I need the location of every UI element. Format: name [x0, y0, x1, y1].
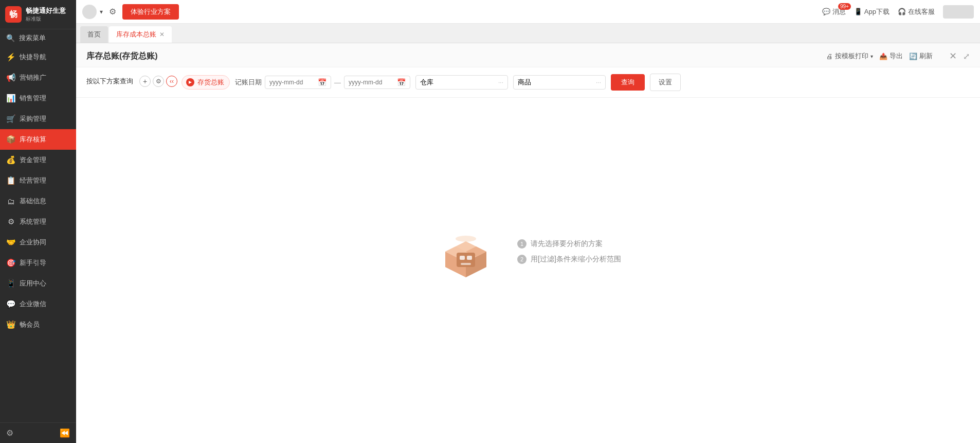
print-label: 按模板打印 — [835, 51, 868, 61]
refresh-btn[interactable]: 🔄 刷新 — [909, 51, 933, 61]
page-close-btn[interactable]: ✕ — [949, 50, 957, 62]
sidebar-nav: ⚡ 快捷导航 📢 营销推广 📊 销售管理 🛒 采购管理 📦 库存核算 💰 资金管… — [0, 47, 76, 422]
filter-area: 按以下方案查询 + ⚙ ‹‹ — [76, 67, 980, 98]
collapse-sidebar-icon[interactable]: ⏪ — [60, 428, 70, 438]
tab-inventory-ledger-label: 库存成本总账 — [116, 30, 156, 39]
sidebar-item-cooperation[interactable]: 🤝 企业协同 — [0, 232, 76, 253]
empty-tip-1: 1 请先选择要分析的方案 — [517, 239, 621, 249]
filter-add-collapse-btns: + ⚙ ‹‹ — [139, 74, 177, 87]
online-support-label: 在线客服 — [908, 7, 935, 16]
date-field-label: 记账日期 — [235, 78, 262, 87]
sidebar-item-system[interactable]: ⚙ 系统管理 — [0, 211, 76, 232]
tip-num-1: 1 — [517, 239, 527, 249]
sidebar-item-label: 库存核算 — [20, 135, 46, 144]
tab-close-icon[interactable]: ✕ — [159, 31, 165, 38]
print-btn[interactable]: 🖨 按模板打印 ▾ — [826, 51, 873, 61]
logo-icon: 畅 — [5, 6, 22, 23]
newbie-icon: 🎯 — [6, 258, 15, 268]
export-label: 导出 — [890, 51, 903, 61]
app-download-btn[interactable]: 📱 App下载 — [854, 7, 890, 16]
sidebar-item-label: 应用中心 — [20, 279, 46, 288]
sidebar: 畅 畅捷通好生意 标准版 🔍 搜索菜单 ⚡ 快捷导航 📢 营销推广 📊 销售管理… — [0, 0, 76, 443]
calendar-start-icon[interactable]: 📅 — [318, 78, 326, 86]
search-icon: 🔍 — [6, 34, 15, 42]
sidebar-item-capital[interactable]: 💰 资金管理 — [0, 150, 76, 170]
capital-icon: 💰 — [6, 155, 15, 165]
sidebar-item-label: 经营管理 — [20, 176, 46, 185]
product-label: 商品 — [518, 78, 531, 87]
print-icon: 🖨 — [826, 52, 833, 60]
sidebar-item-marketing[interactable]: 📢 营销推广 — [0, 67, 76, 88]
sidebar-item-operation[interactable]: 📋 经营管理 — [0, 170, 76, 191]
sidebar-item-label: 畅会员 — [20, 320, 40, 329]
quick-nav-icon: ⚡ — [6, 52, 15, 62]
tab-inventory-ledger[interactable]: 库存成本总账 ✕ — [109, 26, 172, 43]
system-icon: ⚙ — [6, 217, 15, 226]
calendar-end-icon[interactable]: 📅 — [397, 78, 406, 86]
search-label: 搜索菜单 — [19, 33, 46, 43]
app-download-label: App下载 — [864, 7, 890, 16]
print-dropdown-icon[interactable]: ▾ — [870, 54, 873, 59]
svg-rect-8 — [461, 263, 471, 265]
sidebar-item-label: 采购管理 — [20, 114, 46, 123]
tip-text-1: 请先选择要分析的方案 — [531, 239, 603, 249]
purchase-icon: 🛒 — [6, 114, 15, 123]
sidebar-item-purchase[interactable]: 🛒 采购管理 — [0, 109, 76, 129]
tab-home-label: 首页 — [87, 30, 101, 39]
export-btn[interactable]: 📤 导出 — [879, 51, 903, 61]
header-actions: 🖨 按模板打印 ▾ 📤 导出 🔄 刷新 ✕ ⤢ — [826, 50, 970, 62]
product-more-icon[interactable]: ··· — [596, 79, 601, 86]
sidebar-item-label: 基础信息 — [20, 197, 46, 206]
settings-filter-btn[interactable]: ⚙ — [153, 76, 164, 87]
sidebar-item-inventory[interactable]: 📦 库存核算 — [0, 129, 76, 150]
settings-button[interactable]: 设置 — [650, 74, 681, 91]
tip-text-2: 用[过滤]条件来缩小分析范围 — [531, 255, 621, 264]
sidebar-item-wechat[interactable]: 💬 企业微信 — [0, 294, 76, 314]
sidebar-item-label: 企业微信 — [20, 299, 46, 309]
warehouse-label: 仓库 — [420, 78, 433, 87]
sidebar-item-label: 销售管理 — [20, 94, 46, 103]
settings-icon[interactable]: ⚙ — [107, 5, 118, 19]
expand-icon[interactable]: ⤢ — [963, 51, 970, 61]
sidebar-item-member[interactable]: 👑 畅会员 — [0, 314, 76, 335]
date-start-input-wrap[interactable]: 📅 — [265, 76, 331, 89]
sidebar-search[interactable]: 🔍 搜索菜单 — [0, 29, 76, 47]
svg-rect-6 — [460, 256, 465, 260]
sidebar-item-basic[interactable]: 🗂 基础信息 — [0, 191, 76, 211]
date-end-input[interactable] — [349, 79, 395, 86]
date-end-input-wrap[interactable]: 📅 — [344, 76, 410, 89]
tab-home[interactable]: 首页 — [80, 26, 108, 43]
warehouse-more-icon[interactable]: ··· — [498, 79, 503, 86]
add-filter-btn[interactable]: + — [139, 76, 151, 87]
collapse-filter-btn[interactable]: ‹‹ — [166, 76, 177, 87]
sidebar-item-sales[interactable]: 📊 销售管理 — [0, 88, 76, 109]
empty-tips: 1 请先选择要分析的方案 2 用[过滤]条件来缩小分析范围 — [517, 239, 621, 264]
sidebar-item-label: 资金管理 — [20, 155, 46, 165]
scheme-tag[interactable]: 存货总账 — [182, 75, 230, 90]
wechat-icon: 💬 — [6, 299, 15, 309]
tip-num-2: 2 — [517, 255, 527, 264]
settings-gear-icon[interactable]: ⚙ — [6, 428, 13, 438]
product-filter[interactable]: 商品 ··· — [513, 75, 606, 90]
sales-icon: 📊 — [6, 94, 15, 103]
warehouse-filter[interactable]: 仓库 ··· — [415, 75, 508, 90]
topbar-right: 💬 消息 99+ 📱 App下载 🎧 在线客服 — [822, 5, 974, 19]
trial-button[interactable]: 体验行业方案 — [122, 4, 179, 20]
sidebar-item-quick-nav[interactable]: ⚡ 快捷导航 — [0, 47, 76, 67]
date-start-input[interactable] — [269, 79, 316, 86]
phone-icon: 📱 — [854, 8, 862, 15]
page-header: 库存总账(存货总账) 🖨 按模板打印 ▾ 📤 导出 🔄 刷新 ✕ ⤢ — [76, 43, 980, 67]
edition-label: 标准版 — [26, 15, 66, 22]
marketing-icon: 📢 — [6, 73, 15, 82]
empty-state: 1 请先选择要分析的方案 2 用[过滤]条件来缩小分析范围 — [76, 98, 980, 405]
svg-point-9 — [456, 236, 476, 242]
operation-icon: 📋 — [6, 176, 15, 185]
message-btn[interactable]: 💬 消息 99+ — [822, 7, 846, 16]
online-support-btn[interactable]: 🎧 在线客服 — [898, 7, 935, 16]
query-button[interactable]: 查询 — [611, 74, 645, 91]
sidebar-item-newbie[interactable]: 🎯 新手引导 — [0, 253, 76, 273]
tabbar: 首页 库存成本总账 ✕ — [76, 24, 980, 43]
user-dropdown-icon[interactable]: ▾ — [100, 8, 103, 15]
sidebar-item-app-center[interactable]: 📱 应用中心 — [0, 273, 76, 294]
sidebar-item-label: 快捷导航 — [20, 52, 46, 62]
